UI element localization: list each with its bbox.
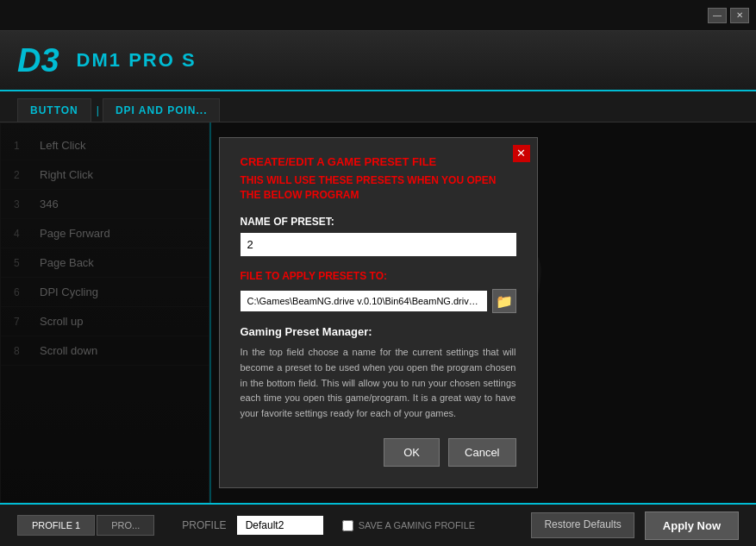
apply-now-button[interactable]: Apply Now — [645, 511, 739, 540]
modal-overlay: ✕ CREATE/EDIT A GAME PRESET FILE THIS WI… — [0, 122, 756, 503]
modal-title-2: THIS WILL USE THESE PRESETS WHEN YOU OPE… — [241, 173, 516, 203]
modal-buttons: OK Cancel — [241, 438, 516, 467]
gaming-preset-desc: In the top field choose a name for the c… — [241, 345, 516, 421]
file-label: FILE TO APPLY PRESETS TO: — [241, 270, 516, 282]
tab-dpi[interactable]: DPI AND POIN... — [103, 98, 221, 122]
title-bar: — ✕ — [0, 0, 756, 31]
folder-icon: 📁 — [496, 293, 513, 310]
modal-cancel-button[interactable]: Cancel — [448, 438, 515, 467]
save-gaming-profile: SAVE A GAMING PROFILE — [342, 520, 476, 531]
gaming-preset-title: Gaming Preset Manager: — [241, 325, 516, 338]
window-controls[interactable]: — ✕ — [708, 8, 749, 23]
profile-tabs: PROFILE 1 PRO... — [17, 515, 154, 536]
app-header: D3 DM1 PRO S — [0, 31, 756, 91]
minimize-button[interactable]: — — [708, 8, 727, 23]
file-path-input[interactable] — [241, 291, 487, 311]
file-row: 📁 — [241, 289, 516, 313]
file-browse-button[interactable]: 📁 — [492, 289, 516, 313]
app-logo: D3 — [17, 44, 59, 77]
tab-button[interactable]: BUTTON — [17, 98, 91, 122]
tab-separator: | — [93, 99, 103, 122]
profile-label: PROFILE — [182, 519, 226, 531]
game-preset-modal: ✕ CREATE/EDIT A GAME PRESET FILE THIS WI… — [219, 137, 538, 489]
profile-tab-2[interactable]: PRO... — [97, 515, 154, 536]
bottom-bar: PROFILE 1 PRO... PROFILE SAVE A GAMING P… — [0, 503, 756, 546]
profile-name-input[interactable] — [237, 516, 323, 535]
modal-title-1: CREATE/EDIT A GAME PRESET FILE — [241, 155, 516, 168]
close-button[interactable]: ✕ — [730, 8, 749, 23]
profile-tab-1[interactable]: PROFILE 1 — [17, 515, 95, 536]
main-content: 1 Left Click 2 Right Click 3 346 4 Page … — [0, 122, 756, 503]
preset-name-input[interactable] — [241, 233, 516, 256]
preset-name-label: NAME OF PRESET: — [241, 216, 516, 228]
save-gaming-label: SAVE A GAMING PROFILE — [359, 520, 476, 530]
product-name: DM1 PRO S — [77, 49, 197, 72]
save-gaming-checkbox[interactable] — [342, 520, 353, 531]
modal-ok-button[interactable]: OK — [384, 438, 440, 467]
nav-tabs: BUTTON | DPI AND POIN... — [0, 91, 756, 122]
restore-defaults-button[interactable]: Restore Defaults — [531, 512, 634, 538]
modal-close-button[interactable]: ✕ — [513, 145, 530, 162]
